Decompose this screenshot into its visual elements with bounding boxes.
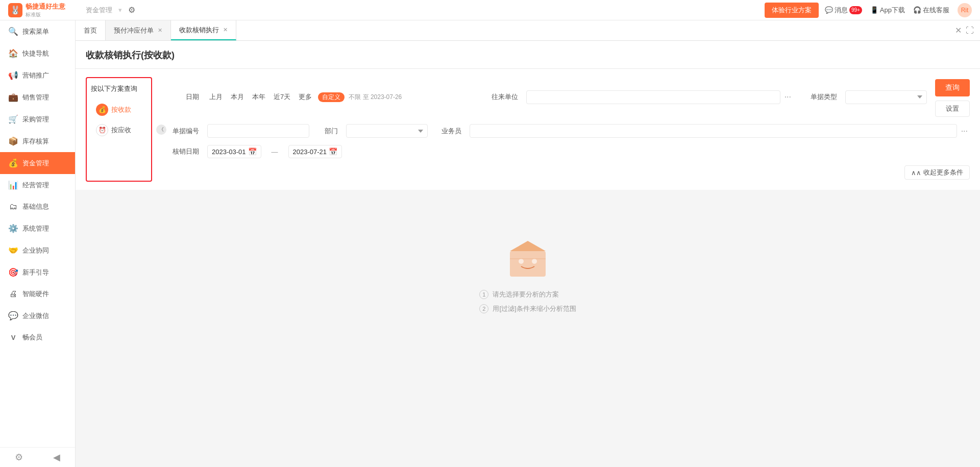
- sidebar-item-sales[interactable]: 💼 销售管理: [0, 86, 75, 108]
- collapse-up-icon: ∧∧: [911, 169, 921, 177]
- sidebar-bottom: ⚙ ◀: [0, 447, 75, 467]
- guide-icon: 🎯: [8, 267, 18, 277]
- messages-btn[interactable]: 💬 消息 99+: [825, 6, 862, 15]
- app-download-btn[interactable]: 📱 App下载: [870, 6, 905, 15]
- filter-row-3: 核销日期 2023-03-01 📅 — 2023-07-21 📅: [168, 145, 970, 158]
- receipt-icon: 💰: [96, 104, 108, 116]
- sidebar-settings-icon[interactable]: ⚙: [15, 452, 23, 463]
- sidebar-item-nav[interactable]: 🏠 快捷导航: [0, 42, 75, 64]
- sidebar-item-member[interactable]: V 畅会员: [0, 327, 75, 348]
- svg-rect-0: [510, 251, 546, 277]
- date-range-separator: —: [272, 148, 278, 156]
- filter-option-by-receipt[interactable]: 💰 按收款: [91, 100, 147, 120]
- doc-type-select[interactable]: [845, 90, 927, 104]
- date-this-year-btn[interactable]: 本年: [250, 91, 267, 103]
- doc-type-wrap: [845, 90, 927, 104]
- sidebar-collapse-icon[interactable]: ◀: [53, 452, 60, 463]
- collab-icon: 🤝: [8, 245, 18, 255]
- page-header: 收款核销执行(按收款) ↗ 导出 ↺ 刷新: [76, 41, 980, 69]
- staff-input[interactable]: [470, 124, 957, 138]
- empty-tip-1: 1 请先选择要分析的方案: [479, 290, 576, 299]
- marketing-icon: 📢: [8, 70, 18, 80]
- sidebar-item-operation[interactable]: 📊 经营管理: [0, 174, 75, 196]
- doc-no-label: 单据编号: [168, 127, 199, 136]
- app-logo: 🐰 畅捷通好生意 标准版: [8, 2, 80, 18]
- sidebar-item-finance[interactable]: 💰 资金管理: [0, 152, 75, 174]
- avatar-icon: Rit: [958, 3, 972, 17]
- sidebar-item-hardware[interactable]: 🖨 智能硬件: [0, 283, 75, 305]
- collapse-panel-arrow[interactable]: 《: [156, 125, 166, 135]
- empty-state: 1 请先选择要分析的方案 2 用[过滤]条件来缩小分析范围: [76, 190, 980, 354]
- page-title: 收款核销执行(按收款): [86, 49, 970, 61]
- system-icon: ⚙️: [8, 224, 18, 233]
- tab-prepay[interactable]: 预付冲应付单 ✕: [106, 20, 171, 40]
- logo-icon: 🐰: [8, 3, 22, 17]
- date-more-btn[interactable]: 更多: [297, 91, 314, 103]
- tab-expand-icon[interactable]: ⛶: [966, 26, 974, 35]
- tab-prepay-close[interactable]: ✕: [158, 27, 162, 34]
- basic-icon: 🗂: [8, 202, 18, 211]
- date-last-month-btn[interactable]: 上月: [207, 91, 225, 103]
- messages-badge: 99+: [849, 6, 862, 14]
- sidebar-item-guide[interactable]: 🎯 新手引导: [0, 261, 75, 283]
- staff-ellipsis-btn[interactable]: ···: [959, 127, 970, 136]
- sidebar: 🔍 搜索菜单 🏠 快捷导航 📢 营销推广 💼 销售管理 🛒 采购管理 📦 库存核…: [0, 20, 76, 467]
- tab-home[interactable]: 首页: [76, 20, 106, 40]
- page-relative: 收款核销执行(按收款) ↗ 导出 ↺ 刷新: [76, 41, 980, 354]
- page-body: 收款核销执行(按收款) ↗ 导出 ↺ 刷新: [76, 41, 980, 467]
- setting-btn[interactable]: 设置: [935, 101, 970, 117]
- tip-text-2: 用[过滤]条件来缩小分析范围: [493, 304, 576, 313]
- app-edition: 标准版: [26, 11, 65, 18]
- partner-ellipsis-btn[interactable]: ···: [782, 92, 793, 102]
- settings-icon[interactable]: ⚙: [128, 5, 135, 15]
- sidebar-item-basic[interactable]: 🗂 基础信息: [0, 196, 75, 217]
- sidebar-item-collab[interactable]: 🤝 企业协同: [0, 239, 75, 261]
- sidebar-item-inventory[interactable]: 📦 库存核算: [0, 130, 75, 152]
- tip-num-1: 1: [479, 290, 488, 299]
- svg-marker-1: [510, 241, 546, 251]
- query-btn[interactable]: 查询: [935, 79, 970, 96]
- filter-option-label: 按收款: [111, 105, 131, 114]
- staff-wrap: ···: [470, 124, 970, 138]
- dept-select[interactable]: [346, 124, 428, 138]
- date-group: 上月 本月 本年 近7天 更多 自定义 不限 至 2023-07-26: [207, 91, 474, 103]
- sidebar-item-wechat[interactable]: 💬 企业微信: [0, 305, 75, 327]
- sidebar-item-label: 系统管理: [22, 224, 49, 233]
- filter-collapse-row: ∧∧ 收起更多条件: [168, 163, 970, 182]
- partner-input[interactable]: [526, 90, 780, 104]
- svg-point-3: [532, 259, 537, 264]
- date-7days-btn[interactable]: 近7天: [272, 91, 292, 103]
- verify-end-calendar-icon[interactable]: 📅: [329, 148, 337, 156]
- empty-illustration: [497, 231, 558, 282]
- user-avatar[interactable]: Rit: [958, 3, 972, 17]
- hardware-icon: 🖨: [8, 289, 18, 299]
- doc-no-input[interactable]: [207, 124, 309, 138]
- operation-icon: 📊: [8, 180, 18, 190]
- receivable-icon: ⏰: [96, 124, 108, 136]
- sidebar-item-purchase[interactable]: 🛒 采购管理: [0, 108, 75, 130]
- sidebar-item-label: 企业协同: [22, 246, 49, 255]
- collapse-more-btn[interactable]: ∧∧ 收起更多条件: [904, 165, 970, 180]
- date-this-month-btn[interactable]: 本月: [229, 91, 246, 103]
- filter-row-1: 日期 上月 本月 本年 近7天 更多 自定义 不限 至 2023-07-26 往…: [168, 77, 970, 117]
- sidebar-item-label: 采购管理: [22, 115, 49, 124]
- finance-icon: 💰: [8, 158, 18, 168]
- sidebar-item-search[interactable]: 🔍 搜索菜单: [0, 20, 75, 42]
- date-custom-badge: 自定义: [318, 92, 345, 102]
- industry-btn[interactable]: 体验行业方案: [765, 3, 819, 18]
- sidebar-item-marketing[interactable]: 📢 营销推广: [0, 64, 75, 86]
- tab-verify[interactable]: 收款核销执行 ✕: [171, 20, 236, 40]
- partner-input-wrap: ···: [526, 90, 793, 104]
- filter-option-by-receivable[interactable]: ⏰ 按应收: [91, 120, 147, 140]
- collapse-btn-label: 收起更多条件: [923, 168, 963, 177]
- sidebar-item-label: 智能硬件: [22, 289, 49, 299]
- tab-verify-close[interactable]: ✕: [223, 27, 228, 33]
- top-bar: 🐰 畅捷通好生意 标准版 资金管理 ▾ ⚙ 体验行业方案 💬 消息 99+ 📱 …: [0, 0, 980, 20]
- sidebar-item-label: 搜索菜单: [22, 27, 49, 36]
- tab-verify-label: 收款核销执行: [179, 26, 219, 35]
- tab-close-all-icon[interactable]: ✕: [955, 26, 962, 35]
- online-service-btn[interactable]: 🎧 在线客服: [913, 6, 949, 15]
- filter-area: 按以下方案查询 💰 按收款 ⏰ 按应收 《: [76, 69, 980, 190]
- sidebar-item-system[interactable]: ⚙️ 系统管理: [0, 217, 75, 239]
- verify-start-calendar-icon[interactable]: 📅: [248, 148, 257, 156]
